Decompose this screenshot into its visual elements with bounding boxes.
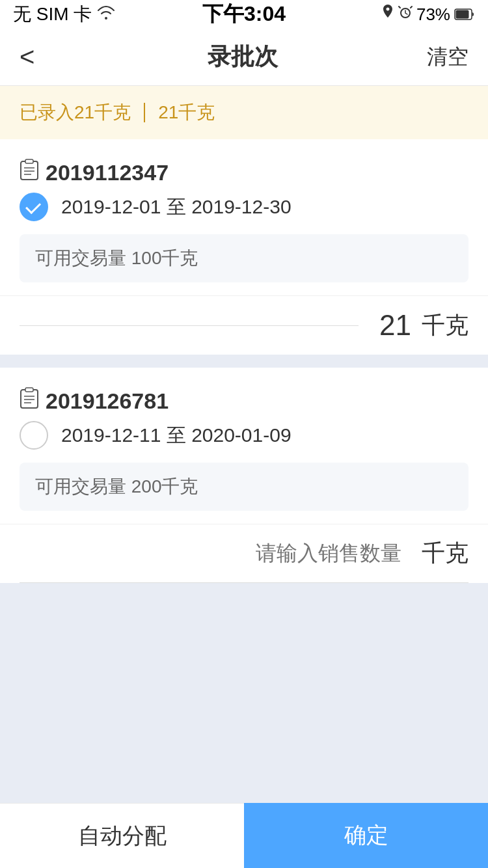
- batch-2-date-row[interactable]: 2019-12-11 至 2020-01-09: [0, 421, 488, 463]
- clear-button[interactable]: 清空: [427, 43, 468, 72]
- page-title: 录批次: [208, 41, 278, 73]
- total-label: 21千克: [158, 100, 215, 125]
- section-divider: [0, 355, 488, 368]
- batch-1-date: 2019-12-01 至 2019-12-30: [61, 194, 291, 221]
- batch-2-card: 2019126781 2019-12-11 至 2020-01-09 可用交易量…: [0, 368, 488, 583]
- info-banner: 已录入21千克 21千克: [0, 86, 488, 139]
- batch-2-input-row: 千克: [0, 524, 488, 582]
- battery-text: 73%: [416, 5, 450, 25]
- time-display: 下午3:04: [202, 0, 286, 29]
- bottom-bar: 自动分配 确定: [0, 803, 488, 868]
- batch-2-id: 2019126781: [46, 388, 169, 414]
- batch-1-id: 2019112347: [46, 160, 169, 185]
- svg-rect-4: [25, 159, 33, 163]
- status-right: 73%: [381, 5, 475, 25]
- svg-rect-3: [21, 161, 38, 180]
- batch-1-card: 2019112347 2019-12-01 至 2019-12-30 可用交易量…: [0, 139, 488, 355]
- svg-rect-9: [25, 388, 33, 392]
- batch-1-date-row[interactable]: 2019-12-01 至 2019-12-30: [0, 193, 488, 234]
- batch-2-radio[interactable]: [20, 421, 48, 450]
- recorded-label: 已录入21千克: [20, 100, 131, 125]
- batch-2-date: 2019-12-11 至 2020-01-09: [61, 422, 291, 449]
- batch-1-header: 2019112347: [0, 139, 488, 193]
- svg-rect-8: [21, 390, 38, 408]
- carrier-text: 无 SIM 卡: [13, 2, 92, 27]
- batch-2-header: 2019126781: [0, 368, 488, 421]
- batch-1-amount-row: 21 千克: [0, 295, 488, 355]
- batch-1-amount-value[interactable]: 21: [379, 309, 411, 342]
- batch-1-available: 可用交易量 100千克: [20, 234, 468, 282]
- auto-distribute-button[interactable]: 自动分配: [0, 803, 244, 868]
- batch-2-unit: 千克: [422, 537, 468, 569]
- alarm-icon: [398, 5, 413, 25]
- batch-1-unit: 千克: [422, 310, 468, 342]
- status-left: 无 SIM 卡: [13, 2, 115, 27]
- back-button[interactable]: <: [20, 42, 59, 72]
- location-icon: [381, 5, 394, 25]
- batch-2-available: 可用交易量 200千克: [20, 463, 468, 511]
- svg-rect-2: [456, 10, 469, 18]
- batch-2-quantity-input[interactable]: [20, 541, 411, 565]
- wifi-icon: [97, 4, 115, 25]
- info-divider: [144, 103, 145, 122]
- batch-1-icon: [20, 159, 39, 186]
- nav-bar: < 录批次 清空: [0, 29, 488, 86]
- status-bar: 无 SIM 卡 下午3:04 73%: [0, 0, 488, 29]
- battery-icon: [454, 5, 475, 25]
- batch-1-radio[interactable]: [20, 193, 48, 221]
- confirm-button[interactable]: 确定: [244, 803, 488, 868]
- batch-2-icon: [20, 387, 39, 414]
